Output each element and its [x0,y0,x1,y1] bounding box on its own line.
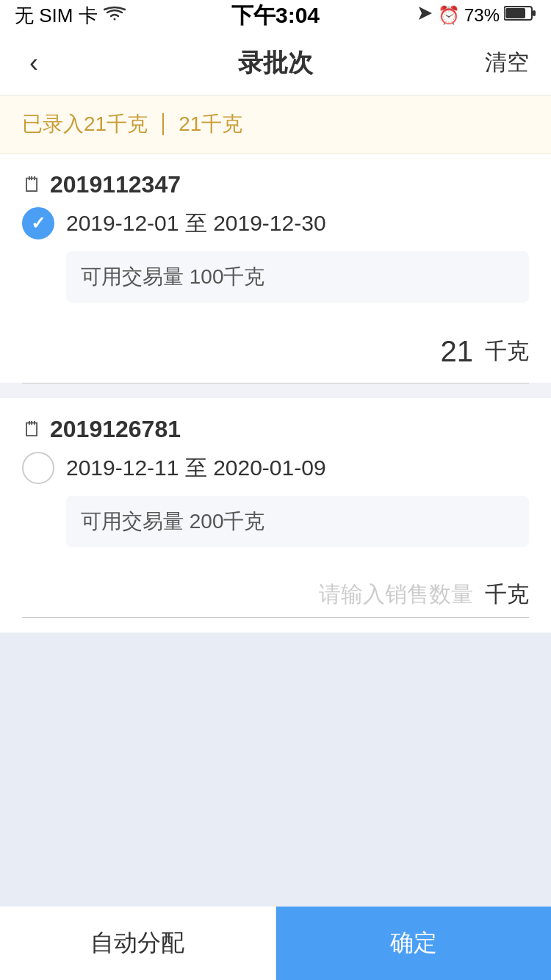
confirm-button[interactable]: 确定 [276,907,552,980]
batch2-available: 可用交易量 200千克 [66,496,529,547]
batch1-qty-value[interactable]: 21 [441,335,474,368]
batch1-header: 🗒 2019112347 [22,171,529,198]
nav-bar: ‹ 录批次 清空 [0,31,551,96]
batch1-id: 2019112347 [50,171,181,198]
battery-percent: 73% [464,5,500,26]
svg-marker-0 [419,7,432,20]
batch1-date-row: 2019-12-01 至 2019-12-30 [22,207,529,239]
batch1-available: 可用交易量 100千克 [66,251,529,303]
recorded-label: 已录入21千克 [22,110,148,138]
total-label: 21千克 [179,110,242,138]
batch1-radio[interactable] [22,207,54,239]
batch2-input-row: 请输入销售数量 千克 [0,565,551,633]
batch2-date: 2019-12-11 至 2020-01-09 [66,453,326,483]
sim-text: 无 SIM 卡 [15,3,98,29]
battery-icon [504,5,536,26]
back-button[interactable]: ‹ [22,40,46,86]
batch1-icon: 🗒 [22,173,43,197]
batch2-header: 🗒 2019126781 [22,416,529,443]
batch1-date: 2019-12-01 至 2019-12-30 [66,209,326,239]
clock-icon: ⏰ [438,5,460,26]
batch1-qty-unit: 千克 [485,336,529,367]
svg-rect-2 [505,8,525,18]
batch2-id: 2019126781 [50,416,181,443]
batch2-icon: 🗒 [22,417,43,442]
info-banner: 已录入21千克 21千克 [0,96,551,154]
status-right: ⏰ 73% [417,5,536,26]
section-separator [0,383,551,398]
batch2-radio[interactable] [22,452,54,484]
location-icon [417,5,433,26]
status-bar: 无 SIM 卡 下午3:04 ⏰ 73% [0,0,551,31]
bottom-bar: 自动分配 确定 [0,907,551,980]
clear-button[interactable]: 清空 [485,48,529,78]
status-time: 下午3:04 [231,1,320,31]
batch2-input-inner: 请输入销售数量 千克 [22,580,529,618]
wifi-icon [104,4,126,27]
batch2-date-row: 2019-12-11 至 2020-01-09 [22,452,529,484]
batch-item-2: 🗒 2019126781 2019-12-11 至 2020-01-09 可用交… [0,398,551,565]
banner-divider [162,113,164,135]
auto-distribute-button[interactable]: 自动分配 [0,907,276,980]
batch1-qty-row: 21 千克 [0,320,551,383]
page-title: 录批次 [238,46,313,80]
batch-item-1: 🗒 2019112347 2019-12-01 至 2019-12-30 可用交… [0,154,551,320]
svg-rect-3 [533,10,536,16]
batch2-unit: 千克 [485,580,529,610]
batch2-input-placeholder[interactable]: 请输入销售数量 [319,580,473,610]
status-left: 无 SIM 卡 [15,3,126,29]
